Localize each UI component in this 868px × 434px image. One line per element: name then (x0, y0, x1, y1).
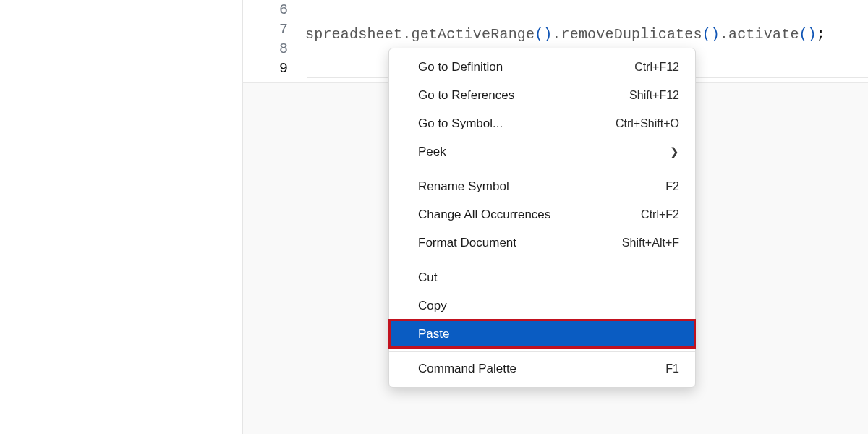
context-menu-section: Rename Symbol F2 Change All Occurrences … (389, 169, 695, 257)
menu-item-label: Paste (418, 327, 679, 341)
code-token: ; (817, 26, 825, 43)
code-line[interactable]: spreadsheet.getActiveRange().removeDupli… (305, 25, 825, 44)
code-token: ( (535, 26, 543, 43)
menu-item-shortcut: Ctrl+F12 (634, 61, 679, 74)
line-number: 7 (243, 20, 288, 39)
menu-item-label: Peek (418, 145, 670, 159)
code-token: ( (702, 26, 711, 43)
menu-item-go-to-definition[interactable]: Go to Definition Ctrl+F12 (389, 53, 695, 81)
menu-item-shortcut: F1 (665, 362, 679, 375)
context-menu-section: Go to Definition Ctrl+F12 Go to Referenc… (389, 53, 695, 166)
menu-item-label: Command Palette (418, 362, 654, 376)
menu-item-go-to-symbol[interactable]: Go to Symbol... Ctrl+Shift+O (389, 109, 695, 137)
menu-item-command-palette[interactable]: Command Palette F1 (389, 354, 695, 383)
code-token: ) (543, 26, 552, 43)
menu-item-label: Change All Occurrences (418, 208, 629, 222)
menu-item-shortcut: Ctrl+F2 (641, 208, 679, 221)
editor-context-menu[interactable]: Go to Definition Ctrl+F12 Go to Referenc… (388, 48, 696, 388)
code-token: ) (808, 26, 817, 43)
menu-item-go-to-references[interactable]: Go to References Shift+F12 (389, 81, 695, 109)
menu-item-format-document[interactable]: Format Document Shift+Alt+F (389, 229, 695, 257)
menu-item-label: Go to Definition (418, 60, 623, 75)
line-number-current: 9 (243, 59, 288, 78)
menu-item-paste[interactable]: Paste (389, 320, 695, 348)
code-token: .removeDuplicates (552, 26, 702, 43)
code-token: ) (711, 26, 720, 43)
menu-item-shortcut: Shift+Alt+F (622, 237, 679, 250)
code-token: spreadsheet.getActiveRange (305, 26, 535, 43)
menu-item-rename-symbol[interactable]: Rename Symbol F2 (389, 172, 695, 200)
line-number-gutter: 6 7 8 9 (243, 0, 305, 78)
code-token: .activate (720, 26, 799, 43)
line-number: 6 (243, 0, 288, 20)
chevron-right-icon: ❯ (670, 146, 679, 157)
menu-item-shortcut: F2 (665, 180, 679, 193)
menu-item-shortcut: Shift+F12 (629, 89, 679, 102)
menu-item-cut[interactable]: Cut (389, 263, 695, 292)
line-number: 8 (243, 39, 288, 59)
menu-item-label: Format Document (418, 236, 610, 250)
menu-item-label: Go to Symbol... (418, 116, 604, 131)
menu-item-label: Rename Symbol (418, 179, 654, 194)
menu-item-change-all-occurrences[interactable]: Change All Occurrences Ctrl+F2 (389, 200, 695, 229)
menu-item-copy[interactable]: Copy (389, 292, 695, 320)
menu-item-label: Go to References (418, 88, 618, 103)
context-menu-section: Command Palette F1 (389, 351, 695, 383)
menu-item-peek[interactable]: Peek ❯ (389, 137, 695, 166)
menu-item-shortcut: Ctrl+Shift+O (616, 117, 679, 130)
code-token: ( (799, 26, 808, 43)
menu-item-label: Copy (418, 299, 679, 313)
menu-item-label: Cut (418, 271, 679, 285)
context-menu-section: Cut Copy Paste (389, 260, 695, 348)
